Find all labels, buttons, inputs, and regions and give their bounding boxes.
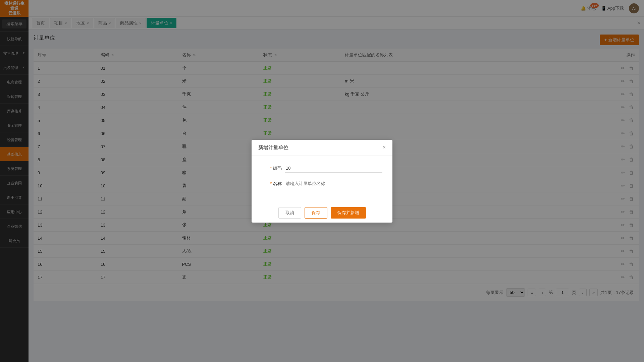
modal-footer: 取消 保存 保存并新增	[252, 203, 392, 223]
name-input[interactable]	[285, 179, 382, 188]
save-and-new-button[interactable]: 保存并新增	[331, 207, 366, 219]
form-row-name: 名称	[262, 179, 382, 188]
form-row-code: 编码	[262, 164, 382, 173]
modal-close-button[interactable]: ×	[383, 144, 386, 150]
cancel-button[interactable]: 取消	[278, 207, 301, 219]
modal-header: 新增计量单位 ×	[252, 140, 392, 156]
code-label: 编码	[262, 165, 282, 171]
modal-title: 新增计量单位	[258, 144, 288, 151]
name-label: 名称	[262, 181, 282, 187]
add-unit-modal: 新增计量单位 × 编码 名称 取消 保存 保存并新增	[252, 140, 392, 223]
modal-overlay: 新增计量单位 × 编码 名称 取消 保存 保存并新增	[0, 0, 644, 362]
code-input[interactable]	[285, 164, 382, 173]
modal-body: 编码 名称	[252, 156, 392, 203]
save-button[interactable]: 保存	[305, 207, 327, 219]
